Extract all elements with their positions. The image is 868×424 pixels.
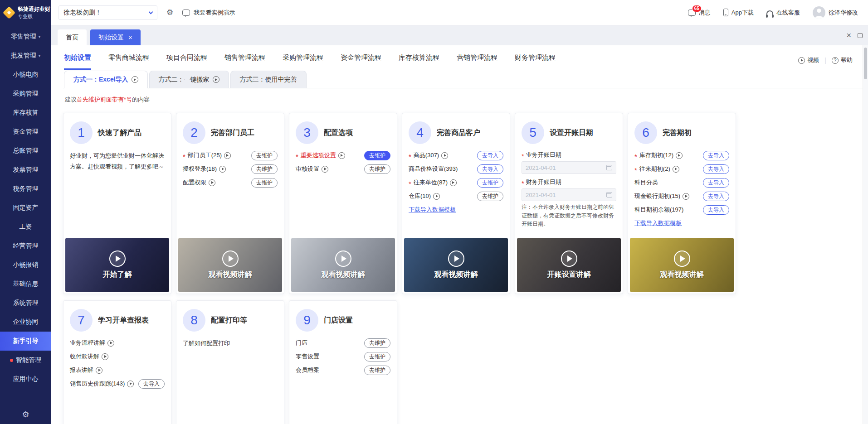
play-circle-icon[interactable] (338, 152, 345, 159)
step-number: 2 (183, 121, 205, 144)
action-button[interactable]: 去导入 (477, 164, 503, 174)
close-icon[interactable]: × (128, 34, 132, 41)
window-tab-0[interactable]: 首页 (58, 29, 87, 45)
download-template-link[interactable]: 下载导入数据模板 (634, 219, 682, 227)
video-thumbnail[interactable]: 观看视频讲解 (630, 238, 734, 292)
module-tab-4[interactable]: 采购管理流程 (283, 53, 323, 70)
sidebar-item-10[interactable]: 工资 (0, 217, 51, 236)
module-tab-6[interactable]: 库存核算流程 (399, 53, 439, 70)
action-button[interactable]: 去维护 (251, 178, 278, 188)
play-circle-icon[interactable] (441, 152, 448, 159)
sidebar-item-13[interactable]: 基础信息 (0, 275, 51, 294)
play-circle-icon[interactable] (683, 193, 689, 200)
task-label-group: 业务流程讲解 (70, 339, 114, 347)
video-thumbnail[interactable]: 观看视频讲解 (291, 238, 395, 292)
play-circle-icon[interactable] (102, 353, 108, 360)
action-button[interactable]: 去导入 (703, 192, 729, 201)
play-circle-icon[interactable] (433, 193, 440, 200)
play-circle-icon[interactable] (224, 152, 231, 159)
window-tab-1[interactable]: 初始设置× (90, 29, 141, 45)
video-thumbnail[interactable]: 开账设置讲解 (517, 238, 621, 292)
module-tab-7[interactable]: 营销管理流程 (457, 53, 497, 70)
action-button[interactable]: 去维护 (251, 151, 278, 160)
play-circle-icon[interactable] (96, 367, 102, 374)
action-button[interactable]: 去导入 (703, 151, 729, 160)
action-button[interactable]: 去维护 (364, 164, 390, 174)
help-button[interactable]: ? 帮助 (832, 56, 853, 64)
play-circle-icon[interactable] (219, 166, 226, 173)
sidebar-item-12[interactable]: 小畅报销 (0, 255, 51, 275)
action-button[interactable]: 去导入 (703, 205, 729, 215)
sidebar-item-9[interactable]: 固定资产 (0, 198, 51, 217)
sidebar-item-7[interactable]: 发票管理 (0, 160, 51, 179)
step-number: 5 (522, 121, 544, 144)
module-tab-5[interactable]: 资金管理流程 (341, 53, 381, 70)
user-menu[interactable]: 徐泽华修改 (813, 6, 858, 19)
sidebar-item-3[interactable]: 采购管理 (0, 84, 51, 103)
messages-button[interactable]: 65 消息 (688, 9, 711, 17)
sidebar-item-5[interactable]: 资金管理 (0, 122, 51, 141)
date-input[interactable]: 2021-04-01 (522, 161, 616, 174)
close-icon[interactable]: × (846, 31, 851, 39)
app-download-button[interactable]: App下载 (723, 9, 754, 17)
video-thumbnail[interactable]: 观看视频讲解 (178, 238, 282, 292)
date-input[interactable]: 2021-04-01 (522, 188, 616, 201)
sidebar-item-6[interactable]: 总账管理 (0, 141, 51, 160)
module-tab-1[interactable]: 零售商城流程 (108, 53, 149, 70)
module-tab-2[interactable]: 项目合同流程 (166, 53, 207, 70)
method-tab-0[interactable]: 方式一：Excel导入 (64, 71, 148, 88)
card-header: 2完善部门员工 (176, 113, 284, 148)
method-tab-2[interactable]: 方式三：使用中完善 (230, 71, 307, 88)
sidebar-item-18[interactable]: 应用中心 (0, 370, 51, 389)
fullscreen-icon[interactable] (858, 33, 863, 38)
module-tab-3[interactable]: 销售管理流程 (224, 53, 265, 70)
action-button[interactable]: 去维护 (364, 151, 390, 160)
task-row: 门店去维护 (296, 336, 390, 350)
play-circle-icon[interactable] (322, 166, 328, 173)
action-button[interactable]: 去维护 (477, 178, 503, 188)
video-thumbnail[interactable]: 开始了解 (65, 238, 169, 292)
action-button[interactable]: 去维护 (364, 366, 390, 375)
card-title: 快速了解产品 (98, 128, 141, 138)
action-button[interactable]: 去导入 (138, 379, 165, 389)
module-tab-0[interactable]: 初始设置 (64, 53, 91, 70)
video-label: 开账设置讲解 (547, 270, 591, 279)
demo-link[interactable]: 我要看实例演示 (182, 9, 235, 17)
video-thumbnail[interactable]: 观看视频讲解 (404, 238, 508, 292)
play-circle-icon[interactable] (673, 166, 679, 173)
sidebar-item-8[interactable]: 税务管理 (0, 179, 51, 198)
sidebar-item-15[interactable]: 企业协同 (0, 313, 51, 332)
sidebar-item-0[interactable]: 零售管理▾ (0, 27, 51, 46)
sidebar-item-11[interactable]: 经营管理 (0, 236, 51, 255)
video-button[interactable]: 视频 (798, 56, 819, 64)
company-selector[interactable]: 徐老板勿删！ (59, 5, 157, 20)
play-circle-icon[interactable] (676, 152, 683, 159)
action-button[interactable]: 去导入 (703, 164, 729, 174)
play-circle-icon[interactable] (107, 340, 114, 347)
sidebar-item-1[interactable]: 批发管理▾ (0, 46, 51, 65)
download-template-link[interactable]: 下载导入数据模板 (409, 206, 456, 214)
scrollbar-thumb[interactable] (864, 48, 867, 79)
action-button[interactable]: 去导入 (703, 178, 729, 188)
play-circle-icon[interactable] (127, 381, 134, 387)
action-button[interactable]: 去导入 (477, 151, 503, 160)
sidebar-item-2[interactable]: 小畅电商 (0, 65, 51, 84)
sidebar-item-4[interactable]: 库存核算 (0, 103, 51, 122)
sidebar-item-14[interactable]: 系统管理 (0, 294, 51, 313)
online-service-button[interactable]: 在线客服 (766, 9, 800, 17)
play-circle-icon[interactable] (209, 179, 215, 186)
settings-gear-icon[interactable]: ⚙ (166, 8, 173, 17)
play-circle-icon[interactable] (450, 179, 457, 186)
task-row: 收付款讲解 (70, 350, 165, 363)
module-tab-8[interactable]: 财务管理流程 (515, 53, 556, 70)
sidebar-item-label: 企业协同 (13, 318, 39, 326)
sidebar-item-17[interactable]: 智能管理 (0, 351, 51, 370)
action-button[interactable]: 去维护 (364, 338, 390, 348)
action-button[interactable]: 去维护 (364, 352, 390, 361)
action-button[interactable]: 去维护 (477, 192, 503, 201)
scrollbar[interactable] (863, 45, 868, 424)
gear-icon[interactable]: ⚙ (22, 410, 29, 419)
action-button[interactable]: 去维护 (251, 164, 278, 174)
sidebar-item-16[interactable]: 新手引导 (0, 332, 51, 351)
method-tab-1[interactable]: 方式二：一键搬家 (149, 71, 229, 88)
